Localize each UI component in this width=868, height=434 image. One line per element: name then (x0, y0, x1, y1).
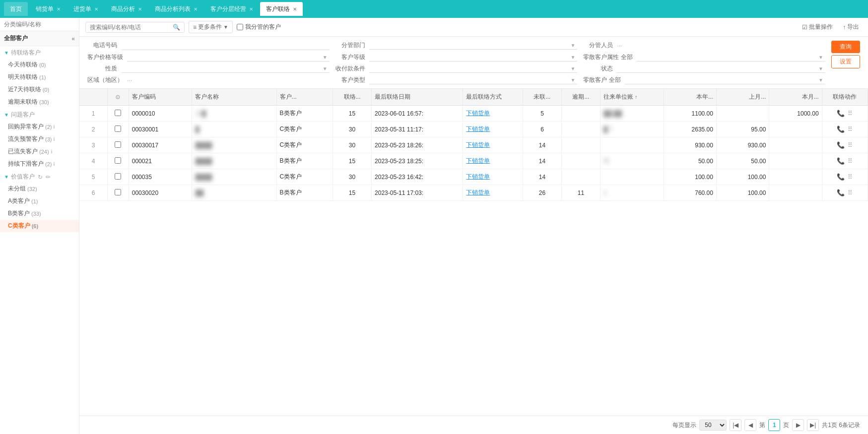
row-checkbox[interactable] (115, 125, 121, 132)
sidebar-item[interactable]: 已流失客户(24)ℹ (0, 145, 79, 158)
close-icon[interactable]: ✕ (138, 6, 142, 12)
sidebar-item[interactable]: 回购异常客户(2)ℹ (0, 121, 79, 133)
export-btn[interactable]: ↑ 导出 (840, 21, 862, 33)
sidebar-all-customers[interactable]: 全部客户 « (0, 31, 79, 46)
filter-manager-dots[interactable]: ··· (617, 42, 622, 49)
query-button[interactable]: 查询 (831, 41, 860, 53)
my-customers-check[interactable]: 我分管的客户 (237, 23, 281, 31)
grid-icon[interactable]: ⠿ (848, 141, 853, 149)
sidebar-group-title[interactable]: ▼待联络客户 (0, 46, 79, 59)
filter-retail2-select[interactable]: ▼ (625, 76, 825, 84)
grid-icon[interactable]: ⠿ (848, 189, 853, 196)
sidebar-item[interactable]: B类客户(33) (0, 207, 79, 220)
cell-check[interactable] (108, 153, 129, 169)
cell-check[interactable] (108, 185, 129, 201)
row-checkbox[interactable] (115, 157, 121, 164)
filter-price-select[interactable]: ▼ (127, 54, 330, 62)
cell-code: 0000010 (129, 106, 192, 122)
nav-tab[interactable]: 客户联络✕ (260, 2, 303, 16)
edit-icon[interactable]: ✏ (46, 174, 51, 181)
cell-lastway[interactable]: 下销货单 (463, 169, 523, 185)
sidebar-search-input[interactable] (4, 21, 78, 28)
filter-ctype-select[interactable]: ▼ (369, 76, 578, 84)
cell-check[interactable] (108, 122, 129, 137)
more-conditions-btn[interactable]: ≡ 更多条件 ▼ (189, 21, 233, 33)
search-icon[interactable]: 🔍 (173, 24, 180, 31)
row-checkbox[interactable] (115, 173, 121, 180)
phone-icon[interactable]: 📞 (837, 141, 845, 149)
filter-retail-select[interactable]: ▼ (637, 54, 825, 62)
filter-dept-select[interactable]: ▼ (369, 42, 578, 50)
filter-status-select[interactable]: ▼ (617, 65, 825, 73)
cell-check[interactable] (108, 106, 129, 122)
cell-check[interactable] (108, 169, 129, 185)
nav-home[interactable]: 首页 (4, 2, 28, 16)
last-page-btn[interactable]: ▶| (807, 419, 819, 431)
last-way-link[interactable]: 下销货单 (466, 189, 490, 196)
th-contact: 联络... (333, 89, 372, 106)
first-page-btn[interactable]: |◀ (730, 419, 741, 431)
prev-page-btn[interactable]: ◀ (744, 419, 756, 431)
refresh-icon[interactable]: ↻ (38, 174, 43, 181)
close-icon[interactable]: ✕ (94, 6, 98, 12)
nav-tab[interactable]: 商品分析列表✕ (149, 2, 203, 16)
grid-icon[interactable]: ⠿ (848, 125, 853, 133)
last-way-link[interactable]: 下销货单 (466, 173, 490, 180)
phone-icon[interactable]: 📞 (837, 173, 845, 181)
filter-phone-input[interactable] (121, 41, 330, 50)
cell-check[interactable] (108, 137, 129, 153)
table-settings-icon[interactable]: ⚙ (115, 94, 121, 101)
sidebar-item[interactable]: 未分组(32) (0, 183, 79, 195)
sidebar-item[interactable]: 持续下滑客户(2)ℹ (0, 158, 79, 170)
sidebar-group-title[interactable]: ▼问题客户 (0, 108, 79, 121)
phone-icon[interactable]: 📞 (837, 125, 845, 133)
sidebar-collapse-icon[interactable]: « (71, 35, 75, 42)
grid-icon[interactable]: ⠿ (848, 157, 853, 165)
row-checkbox[interactable] (115, 141, 121, 148)
cell-lastway[interactable]: 下销货单 (463, 137, 523, 153)
close-icon[interactable]: ✕ (249, 6, 253, 12)
batch-op-btn[interactable]: ☑ 批量操作 (799, 21, 836, 33)
nav-tab[interactable]: 商品分析✕ (105, 2, 148, 16)
filter-region-dots[interactable]: ··· (127, 77, 132, 84)
set-button[interactable]: 设置 (831, 55, 860, 68)
phone-icon[interactable]: 📞 (837, 157, 845, 165)
sidebar-item[interactable]: C类客户(6) (0, 220, 79, 232)
sidebar-item[interactable]: 近7天待联络(0) (0, 83, 79, 96)
cell-lastway[interactable]: 下销货单 (463, 185, 523, 201)
close-icon[interactable]: ✕ (293, 6, 297, 12)
last-way-link[interactable]: 下销货单 (466, 157, 490, 164)
close-icon[interactable]: ✕ (57, 6, 61, 12)
sidebar-item[interactable]: 明天待联络(1) (0, 71, 79, 83)
last-way-link[interactable]: 下销货单 (466, 125, 490, 132)
filter-nature-select[interactable]: ▼ (121, 65, 330, 73)
sidebar-item[interactable]: 今天待联络(0) (0, 59, 79, 71)
cell-lastway[interactable]: 下销货单 (463, 153, 523, 169)
nav-tab[interactable]: 销货单✕ (30, 2, 67, 16)
phone-icon[interactable]: 📞 (837, 189, 845, 196)
cell-lastway[interactable]: 下销货单 (463, 106, 523, 122)
grid-icon[interactable]: ⠿ (848, 173, 853, 181)
chevron-down-icon: ▼ (570, 66, 575, 71)
close-icon[interactable]: ✕ (194, 6, 198, 12)
nav-tab[interactable]: 客户分层经营✕ (204, 2, 259, 16)
per-page-select[interactable]: 50 100 200 (699, 420, 727, 431)
sidebar-group-title[interactable]: ▼价值客户↻✏ (0, 170, 79, 183)
cell-lastway[interactable]: 下销货单 (463, 122, 523, 137)
search-input[interactable] (90, 24, 171, 31)
grid-icon[interactable]: ⠿ (848, 110, 853, 117)
last-way-link[interactable]: 下销货单 (466, 141, 490, 148)
filter-payment-select[interactable]: ▼ (369, 65, 578, 73)
nav-tab[interactable]: 进货单✕ (67, 2, 104, 16)
sidebar-item[interactable]: A类客户(1) (0, 195, 79, 207)
sidebar-item[interactable]: 逾期未联络(30) (0, 96, 79, 108)
my-customers-checkbox[interactable] (237, 24, 243, 30)
last-way-link[interactable]: 下销货单 (466, 110, 490, 117)
filter-retail2: 零散客户 全部 ▼ (583, 76, 825, 84)
filter-clevel-select[interactable]: ▼ (369, 54, 578, 62)
row-checkbox[interactable] (115, 110, 121, 116)
sidebar-item[interactable]: 流失预警客户(3)ℹ (0, 133, 79, 145)
row-checkbox[interactable] (115, 189, 121, 195)
next-page-btn[interactable]: ▶ (792, 419, 804, 431)
phone-icon[interactable]: 📞 (837, 110, 845, 117)
